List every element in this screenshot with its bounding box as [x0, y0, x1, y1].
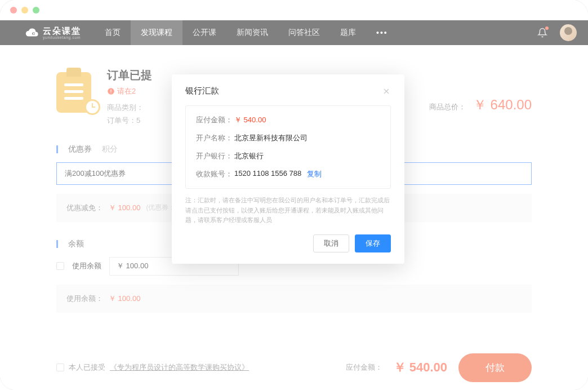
amount-value: ￥ 540.00: [234, 115, 266, 125]
modal-title: 银行汇款: [185, 86, 219, 96]
account-name-value: 北京昱新科技有限公司: [234, 133, 308, 143]
modal-note: 注：汇款时，请在备注中写明您在我公司的用户名和本订单号，汇款完成后请点击已支付按…: [185, 196, 391, 225]
save-button[interactable]: 保存: [355, 234, 391, 252]
account-no-value: 1520 1108 1556 788: [234, 169, 301, 179]
copy-link[interactable]: 复制: [307, 169, 322, 179]
amount-label: 应付金额：: [196, 115, 234, 125]
bank-value: 北京银行: [234, 151, 264, 161]
account-no-label: 收款账号：: [196, 169, 234, 179]
bank-transfer-modal: 银行汇款 应付金额： ￥ 540.00 开户名称： 北京昱新科技有限公司 开户银…: [172, 74, 404, 264]
modal-body: 应付金额： ￥ 540.00 开户名称： 北京昱新科技有限公司 开户银行： 北京…: [185, 105, 391, 189]
close-icon[interactable]: [382, 87, 391, 96]
cancel-button[interactable]: 取消: [313, 234, 349, 252]
account-name-label: 开户名称：: [196, 133, 234, 143]
bank-label: 开户银行：: [196, 151, 234, 161]
